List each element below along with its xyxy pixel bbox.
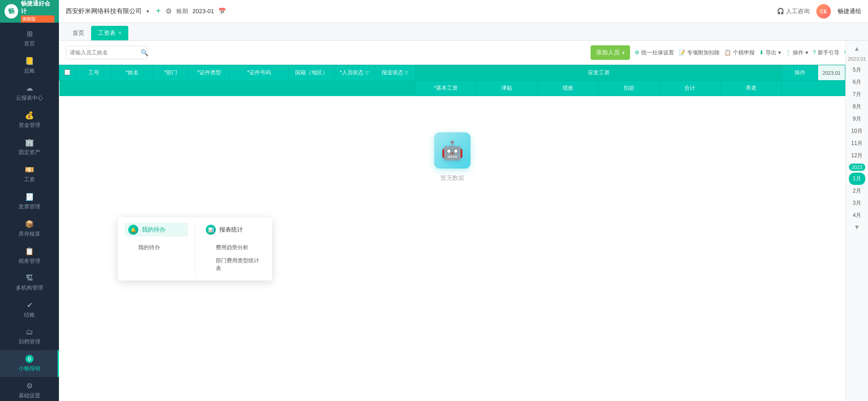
add-company-button[interactable]: +	[156, 6, 161, 16]
add-person-label: 添加人员	[596, 48, 620, 57]
timeline-up-arrow[interactable]: ▲	[852, 43, 862, 54]
th-operation: 操作	[782, 65, 818, 81]
sidebar-item-cloud-report[interactable]: ☁ 云报表中心	[0, 79, 59, 106]
tab-salary[interactable]: 工资表 ×	[91, 26, 128, 40]
calendar-icon[interactable]: 📅	[218, 8, 226, 14]
th-status: *人员状态 ▽	[334, 65, 375, 81]
inventory-icon: 📦	[25, 220, 34, 228]
popup-menu: 🔔 我的待办 我的待办 📊 报表统计	[118, 217, 272, 280]
user-name: 畅捷通组	[838, 7, 861, 15]
export-arrow-icon: ▾	[778, 49, 781, 56]
logo-icon: 畅	[5, 4, 18, 19]
app-logo: 畅 畅捷通好会计 旗舰版	[0, 0, 59, 23]
operation-icon: ⋮	[786, 49, 791, 56]
th-report-status: 报送状态 ▽	[375, 65, 416, 81]
tab-close-button[interactable]: ×	[118, 30, 121, 36]
period-value: 2023-01	[193, 8, 214, 14]
sidebar-item-ledger[interactable]: 📒 总账	[0, 52, 59, 79]
sidebar-item-basic-settings[interactable]: ⚙ 基础设置	[0, 377, 59, 401]
popup-section-1-title[interactable]: 🔔 我的待办	[125, 223, 188, 237]
company-dropdown-icon[interactable]: ▾	[146, 8, 149, 14]
guide-button[interactable]: ? 新手引导	[813, 49, 839, 57]
timeline-month-5[interactable]: 5月	[846, 64, 868, 76]
th-checkbox[interactable]	[59, 65, 76, 81]
timeline-month-10[interactable]: 10月	[846, 125, 868, 137]
tab-home[interactable]: 首页	[66, 26, 91, 40]
sidebar-label-tax: 税务管理	[19, 257, 40, 265]
service-button[interactable]: 🎧 人工咨询	[777, 7, 810, 15]
add-person-button[interactable]: 添加人员 ▾	[591, 45, 630, 60]
popup-section-2-title[interactable]: 📊 报表统计	[202, 223, 266, 237]
th-deduct: 扣款	[598, 81, 659, 96]
tax-button[interactable]: 📋 个税申报	[724, 49, 755, 57]
logo-text-block: 畅捷通好会计 旗舰版	[21, 0, 54, 23]
timeline-month-1-active[interactable]: 1月	[849, 173, 865, 185]
th-name: *姓名	[112, 65, 153, 81]
sidebar-item-checkout[interactable]: ✔ 结账	[0, 296, 59, 324]
sidebar-label-basic-settings: 基础设置	[19, 392, 40, 400]
special-deduction-button[interactable]: 📝 专项附加扣除	[679, 49, 720, 57]
sidebar-item-tax[interactable]: 📋 税务管理	[0, 242, 59, 270]
sidebar-item-invoice[interactable]: 🧾 发票管理	[0, 188, 59, 215]
timeline-month-8[interactable]: 8月	[846, 101, 868, 113]
export-button[interactable]: ⬇ 导出 ▾	[759, 49, 781, 57]
sidebar-item-fixed-assets[interactable]: 🏢 固定资产	[0, 134, 59, 161]
topbar-right: 🎧 人工咨询 CE 畅捷通组	[777, 4, 861, 19]
sidebar-label-ledger: 总账	[24, 67, 35, 75]
deduction-icon: 📝	[679, 49, 685, 56]
empty-state-row: 🤖 暂无数据	[59, 96, 845, 219]
timeline-month-9[interactable]: 9月	[846, 113, 868, 125]
operation-button[interactable]: ⋮ 操作 ▾	[786, 49, 808, 57]
todo-icon: 🔔	[128, 225, 138, 235]
invoice-icon: 🧾	[25, 193, 34, 201]
page-content: 🔍 添加人员 ▾ ⚙ 统一社保设置 📝 专项附加扣除 📋 个税申报	[59, 41, 868, 401]
sidebar-item-salary[interactable]: 💴 工资	[0, 161, 59, 188]
sidebar-item-inventory[interactable]: 📦 库存核算	[0, 215, 59, 242]
sidebar-label-checkout: 结账	[24, 311, 35, 319]
export-icon: ⬇	[759, 49, 764, 56]
timeline-month-11[interactable]: 11月	[846, 137, 868, 150]
select-all-checkbox[interactable]	[64, 69, 70, 75]
sidebar-label-archive: 归档管理	[19, 338, 40, 346]
service-label: 人工咨询	[786, 7, 810, 15]
sidebar-item-multi-org[interactable]: 🏗 多机构管理	[0, 270, 59, 296]
company-name: 西安虾米网络科技有限公司	[66, 7, 142, 15]
toolbar-right: 添加人员 ▾ ⚙ 统一社保设置 📝 专项附加扣除 📋 个税申报 ⬇ 导出	[591, 45, 861, 60]
th-base-salary: *基本工资	[416, 81, 477, 96]
social-insurance-button[interactable]: ⚙ 统一社保设置	[635, 49, 674, 57]
search-box[interactable]: 🔍	[66, 46, 147, 59]
sidebar-item-xiaochang[interactable]: G 小畅报销	[0, 350, 59, 377]
timeline-month-12[interactable]: 12月	[846, 150, 868, 162]
filter-icon2[interactable]: ▽	[405, 70, 408, 75]
content-toolbar: 🔍 添加人员 ▾ ⚙ 统一社保设置 📝 专项附加扣除 📋 个税申报	[59, 41, 868, 65]
empty-text: 暂无数据	[441, 174, 464, 182]
sidebar-item-home[interactable]: ⊞ 首页	[0, 25, 59, 52]
th-salary-group: 应发工资	[416, 65, 782, 81]
popup-item-cost-trend[interactable]: 费用趋势分析	[202, 241, 266, 254]
timeline-month-2[interactable]: 2月	[846, 185, 868, 197]
filter-icon[interactable]: ▽	[365, 70, 369, 75]
th-subsidy: 津贴	[476, 81, 538, 96]
timeline-month-6[interactable]: 6月	[846, 76, 868, 88]
search-input[interactable]	[70, 49, 138, 56]
popup-item-dept-cost[interactable]: 部门费用类型统计表	[202, 254, 266, 275]
fund-icon: 💰	[25, 111, 34, 120]
sidebar-nav: ⊞ 首页 📒 总账 ☁ 云报表中心 💰 资金管理 🏢 固定资产 💴 工资 🧾 发…	[0, 23, 59, 401]
popup-overlay: 🔔 我的待办 我的待办 📊 报表统计	[59, 217, 868, 401]
salary-table: 工号 *姓名 *部门 *证件类型 *证件号码 国籍（地区） *人员状态 ▽ 报送…	[59, 65, 845, 218]
sidebar-item-archive[interactable]: 🗂 归档管理	[0, 324, 59, 350]
settings-button[interactable]: ⚙	[165, 7, 172, 15]
th-spacer	[59, 81, 416, 96]
timeline-month-3[interactable]: 3月	[846, 197, 868, 209]
salary-icon: 💴	[25, 165, 34, 174]
sidebar-item-fund[interactable]: 💰 资金管理	[0, 106, 59, 134]
popup-item-mytodo[interactable]: 我的待办	[125, 241, 188, 254]
social-icon: ⚙	[635, 49, 640, 56]
timeline-month-7[interactable]: 7月	[846, 88, 868, 101]
period-label: 账期	[176, 7, 188, 15]
operation-arrow-icon: ▾	[805, 49, 808, 56]
checkout-icon: ✔	[27, 301, 33, 309]
ledger-icon: 📒	[25, 57, 34, 65]
popup-section-1: 🔔 我的待办 我的待办	[118, 217, 195, 280]
cloud-icon: ☁	[26, 84, 33, 92]
